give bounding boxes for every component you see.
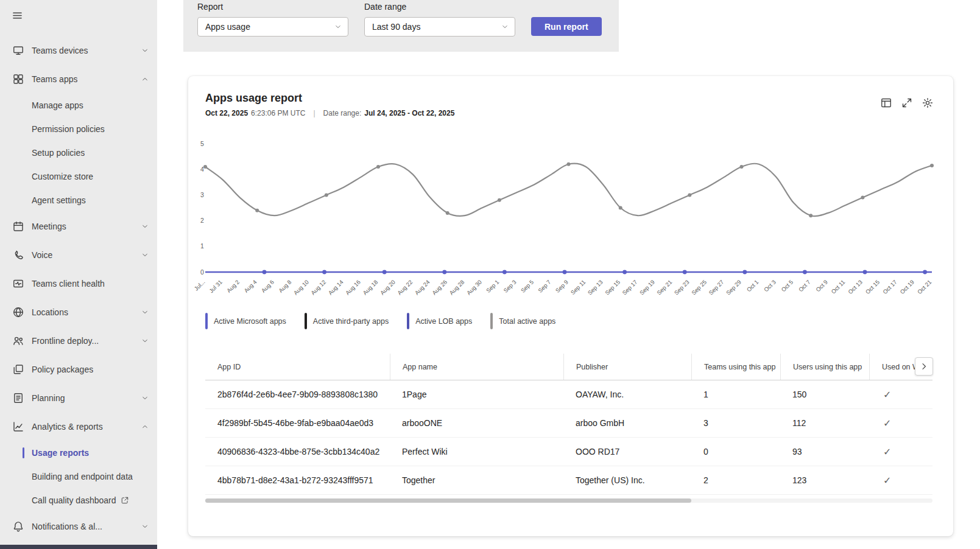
svg-text:Sep 11: Sep 11	[569, 279, 587, 296]
used-on-windows-checkmark: ✓	[869, 409, 932, 437]
svg-text:Oct 9: Oct 9	[814, 279, 829, 293]
fullscreen-icon	[901, 97, 913, 109]
sidebar-item-voice[interactable]: Voice	[0, 240, 157, 269]
table-row: 2b876f4d-2e6b-4ee7-9b09-8893808c13801Pag…	[205, 380, 932, 409]
column-header-app-id: App ID	[205, 354, 390, 380]
svg-text:Sep 1: Sep 1	[485, 279, 500, 294]
sidebar-item-locations[interactable]: Locations	[0, 298, 157, 326]
svg-text:Oct 3: Oct 3	[763, 279, 777, 293]
svg-text:Aug 2: Aug 2	[225, 279, 241, 294]
column-header-teams-using-this-app: Teams using this app	[691, 354, 780, 380]
report-select[interactable]: Apps usage	[197, 17, 348, 37]
legend-item-active-third-party-apps[interactable]: Active third-party apps	[305, 313, 389, 329]
fullscreen-button[interactable]	[898, 94, 915, 111]
legend-label: Active third-party apps	[313, 317, 389, 326]
sidebar-item-label: Usage reports	[32, 448, 89, 458]
legend-label: Total active apps	[499, 317, 555, 326]
sidebar-item-meetings[interactable]: Meetings	[0, 212, 157, 240]
settings-gear-button[interactable]	[919, 94, 936, 111]
publisher-cell: Together (US) Inc.	[563, 466, 691, 494]
svg-text:Aug 4: Aug 4	[242, 279, 258, 294]
sidebar-item-manage-apps[interactable]: Manage apps	[0, 93, 157, 117]
report-filter-panel: Report Apps usage Date range Last 90 day…	[183, 0, 619, 52]
horizontal-scrollbar-thumb[interactable]	[205, 498, 691, 503]
sidebar-item-label: Teams client health	[32, 279, 105, 288]
users-using-cell: 150	[780, 380, 869, 408]
analytics-icon	[12, 421, 24, 433]
table-body: 2b876f4d-2e6b-4ee7-9b09-8893808c13801Pag…	[205, 380, 932, 495]
meta-separator: |	[313, 109, 315, 117]
sidebar-item-label: Analytics & reports	[32, 422, 103, 432]
svg-text:Aug 22: Aug 22	[396, 279, 414, 296]
teams-using-cell: 2	[691, 466, 780, 494]
svg-text:Sep 27: Sep 27	[707, 279, 725, 296]
svg-text:Aug 10: Aug 10	[292, 279, 310, 296]
svg-text:Sep 21: Sep 21	[655, 279, 673, 296]
sidebar-item-planning[interactable]: Planning	[0, 383, 157, 412]
svg-text:Aug 16: Aug 16	[344, 279, 362, 296]
sidebar-item-permission-policies[interactable]: Permission policies	[0, 117, 157, 141]
sidebar-item-label: Setup policies	[32, 148, 85, 158]
sidebar-item-agent-settings[interactable]: Agent settings	[0, 188, 157, 212]
legend-item-active-lob-apps[interactable]: Active LOB apps	[407, 313, 472, 329]
svg-text:Oct 19: Oct 19	[898, 279, 915, 296]
sidebar-item-building-and-endpoint-data[interactable]: Building and endpoint data	[0, 464, 157, 488]
export-to-excel-button[interactable]	[878, 94, 895, 111]
table-row: 4bb78b71-d8e2-43a1-b272-93243fff9571Toge…	[205, 466, 932, 495]
y-axis-labels: 012345	[200, 140, 204, 276]
sidebar-item-setup-policies[interactable]: Setup policies	[0, 141, 157, 164]
svg-text:Oct 21: Oct 21	[916, 279, 933, 296]
date-range-select-field: Date range Last 90 days	[364, 2, 515, 37]
date-range-select[interactable]: Last 90 days	[364, 17, 515, 37]
sidebar-item-label: Teams apps	[32, 74, 77, 84]
sidebar-item-teams-apps[interactable]: Teams apps	[0, 65, 157, 93]
chevron-down-icon	[141, 309, 149, 316]
voice-icon	[12, 249, 24, 261]
sidebar-item-usage-reports[interactable]: Usage reports	[0, 441, 157, 464]
chart-legend: Active Microsoft appsActive third-party …	[205, 313, 555, 329]
svg-text:Aug 20: Aug 20	[379, 279, 397, 296]
used-on-windows-checkmark: ✓	[869, 380, 932, 408]
sidebar-item-policy-packages[interactable]: Policy packages	[0, 355, 157, 383]
sidebar-item-notifications-al[interactable]: Notifications & al...	[0, 512, 157, 540]
report-date-range-value: Jul 24, 2025 - Oct 22, 2025	[364, 109, 454, 117]
svg-text:Sep 23: Sep 23	[673, 279, 691, 296]
sidebar-item-teams-devices[interactable]: Teams devices	[0, 36, 157, 65]
sidebar-item-frontline-deploy[interactable]: Frontline deploy...	[0, 326, 157, 355]
svg-text:Aug 12: Aug 12	[309, 279, 327, 296]
horizontal-scrollbar[interactable]	[205, 498, 932, 503]
column-header-app-name: App name	[390, 354, 563, 380]
sidebar-item-analytics-reports[interactable]: Analytics & reports	[0, 412, 157, 441]
teams-using-cell: 0	[691, 438, 780, 466]
app-name-cell: 1Page	[390, 380, 563, 408]
table-header-row: App IDApp namePublisherTeams using this …	[205, 354, 932, 380]
legend-color-bar	[305, 313, 307, 329]
table-scroll-right-button[interactable]	[915, 357, 933, 376]
policy-icon	[12, 363, 24, 376]
legend-item-total-active-apps[interactable]: Total active apps	[490, 313, 555, 329]
chevron-up-icon	[141, 75, 149, 83]
svg-text:Oct 7: Oct 7	[797, 279, 812, 293]
legend-color-bar	[205, 313, 208, 329]
report-title: Apps usage report	[205, 92, 454, 105]
sidebar-item-customize-store[interactable]: Customize store	[0, 164, 157, 188]
chevron-down-icon	[141, 47, 149, 54]
planning-icon	[12, 392, 24, 404]
report-actions	[878, 94, 936, 111]
svg-text:Sep 7: Sep 7	[537, 279, 552, 294]
legend-item-active-microsoft-apps[interactable]: Active Microsoft apps	[205, 313, 286, 329]
svg-text:Oct 11: Oct 11	[830, 279, 846, 295]
used-on-windows-checkmark: ✓	[869, 466, 932, 494]
sidebar-item-label: Planning	[32, 393, 65, 403]
sidebar-item-label: Policy packages	[32, 365, 93, 374]
table-row: 40906836-4323-4bbe-875e-3cbb134c40a2Perf…	[205, 438, 932, 466]
app-id-cell: 4f2989bf-5b45-46be-9fab-e9baa04ae0d3	[205, 409, 390, 437]
sidebar-item-label: Meetings	[32, 222, 66, 231]
sidebar-item-call-quality-dashboard[interactable]: Call quality dashboard	[0, 488, 157, 512]
table-row: 4f2989bf-5b45-46be-9fab-e9baa04ae0d3arbo…	[205, 409, 932, 438]
sidebar-item-teams-client-health[interactable]: Teams client health	[0, 269, 157, 298]
total-active-apps-line	[205, 164, 932, 216]
apps-usage-line-chart: 012345Jul...Jul 31Aug 2Aug 4Aug 6Aug 8Au…	[200, 139, 937, 298]
run-report-button[interactable]: Run report	[531, 17, 602, 36]
hamburger-menu-button[interactable]	[10, 8, 24, 23]
